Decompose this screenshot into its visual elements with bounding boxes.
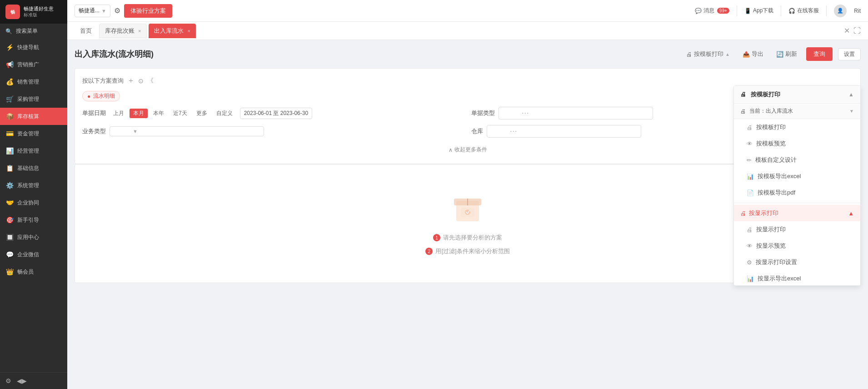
filter-add-button[interactable]: ＋ [127,76,135,85]
empty-hint-1: 1 请先选择要分析的方案 [433,234,502,242]
sidebar-item-label: 销售管理 [17,78,39,86]
company-selector[interactable]: 畅捷通... ▼ [75,5,110,17]
collapse-up-icon: ∧ [449,147,453,153]
fullscreen-icon[interactable]: ⛶ [853,27,861,35]
hint-num-2: 2 [425,248,433,255]
tabs-bar: 首页 库存批次账 × 出入库流水 × ✕ ⛶ [67,22,868,40]
wechat-icon: 💬 [5,250,14,259]
sidebar-item-operations[interactable]: 📊 经营管理 [0,142,67,160]
finance-icon: 💳 [5,130,14,138]
user-avatar[interactable]: 👤 [834,5,847,17]
filter-settings-button[interactable]: ⊙ [138,77,144,85]
dropdown-display-print-header[interactable]: 🖨 按显示打印 ▲ [734,205,860,221]
tab-batch-account-close[interactable]: × [138,28,141,34]
online-service-button[interactable]: 🎧 在线客服 [788,7,819,15]
sidebar-item-inventory[interactable]: 📦 库存核算 [0,108,67,125]
bill-type-label: 单据类型 [471,109,495,117]
dropdown-item-template-excel[interactable]: 📊 按模板导出excel [734,168,860,185]
date-label: 单据日期 [82,109,106,117]
date-option-last-month[interactable]: 上月 [110,109,128,118]
dropdown-item-display-print-settings[interactable]: ⚙ 按显示打印设置 [734,254,860,270]
warehouse-label: 仓库 [471,127,483,135]
query-button[interactable]: 查询 [806,47,833,61]
hint-text-1: 请先选择要分析的方案 [443,234,502,242]
settings-button[interactable]: 设置 [838,48,861,60]
collapse-label: 收起更多条件 [454,146,487,154]
dropdown-item-display-print[interactable]: 🖨 按显示打印 [734,221,860,238]
date-option-this-month[interactable]: 本月 [130,109,148,118]
display-preview-label: 按显示预览 [756,242,786,250]
dropdown-item-template-design[interactable]: ✏ 模板自定义设计 [734,152,860,168]
template-design-label: 模板自定义设计 [755,156,797,164]
sidebar-item-quick-nav[interactable]: ⚡ 快捷导航 [0,39,67,56]
basic-icon: 📋 [5,164,14,172]
username-label[interactable]: Rit [854,8,861,14]
sidebar-item-marketing[interactable]: 📢 营销推广 [0,56,67,73]
online-service-label: 在线客服 [797,7,819,15]
bill-type-more: ··· [522,109,529,117]
selected-filter-tag[interactable]: ● 流水明细 [82,91,120,101]
display-excel-label: 按显示导出excel [758,274,801,283]
chevron-up-icon: ▲ [725,52,730,57]
sidebar-item-app-center[interactable]: 🔲 应用中心 [0,229,67,246]
tab-home[interactable]: 首页 [75,24,97,38]
system-icon: ⚙️ [5,181,14,190]
refresh-icon: 🔄 [776,51,783,58]
tab-batch-account[interactable]: 库存批次账 × [99,24,147,38]
sidebar-item-label: 经营管理 [17,147,39,155]
template-print-dropdown: 🖨 按模板打印 ▲ 🖨 当前：出入库流水 ▼ 🖨 按模板打印 [733,85,861,286]
dropdown-item-template-preview[interactable]: 👁 按模板预览 [734,135,860,152]
sidebar-item-wechat[interactable]: 💬 企业微信 [0,246,67,263]
sidebar-item-guide[interactable]: 🎯 新手引导 [0,211,67,229]
notify-button[interactable]: 💬 消息 99+ [695,7,729,15]
dropdown-current-item[interactable]: 🖨 当前：出入库流水 ▼ [734,104,860,119]
date-option-custom[interactable]: 自定义 [213,109,236,118]
filter-collapse-button[interactable]: 《 [147,77,154,85]
sidebar-item-purchase[interactable]: 🛒 采购管理 [0,90,67,108]
refresh-button[interactable]: 🔄 刷新 [773,48,801,60]
sidebar-item-finance[interactable]: 💳 资金管理 [0,125,67,142]
tab-inout-flow[interactable]: 出入库流水 × [149,24,195,38]
tab-inout-flow-close[interactable]: × [187,28,190,34]
date-option-this-year[interactable]: 本年 [150,109,168,118]
dropdown-scrollable: 🖨 当前：出入库流水 ▼ 🖨 按模板打印 👁 按模板预览 ✏ 模板自定义设计 [734,104,860,285]
date-option-7days[interactable]: 近7天 [170,109,191,118]
trial-button[interactable]: 体验行业方案 [124,4,172,18]
search-menu[interactable]: 🔍 搜索菜单 [0,24,67,39]
sidebar-item-cooperation[interactable]: 🤝 企业协同 [0,194,67,211]
dropdown-item-template-pdf[interactable]: 📄 按模板导出pdf [734,185,860,201]
collapse-sidebar-icon[interactable]: ◀▶ [17,377,27,384]
dropdown-item-template-print[interactable]: 🖨 按模板打印 [734,119,860,135]
dropdown-item-display-excel[interactable]: 📊 按显示导出excel [734,270,860,285]
sidebar-item-membership[interactable]: 👑 畅会员 [0,263,67,280]
marketing-icon: 📢 [5,60,14,69]
template-print-label: 按模板打印 [694,50,723,58]
app-download-button[interactable]: 📱 App下载 [744,7,773,15]
sidebar-item-sales[interactable]: 💰 销售管理 [0,73,67,90]
close-window-icon[interactable]: ✕ [844,26,850,35]
template-print-item-label: 按模板打印 [756,123,786,131]
empty-state-icon [449,192,486,228]
sidebar-item-basic[interactable]: 📋 基础信息 [0,160,67,177]
date-range-input[interactable]: 2023-06-01 至 2023-06-30 [240,108,312,119]
tab-batch-account-label: 库存批次账 [105,27,135,35]
export-button[interactable]: 📤 导出 [739,48,767,60]
search-icon: 🔍 [5,28,12,35]
bill-type-select[interactable]: ··· [499,107,653,120]
app-title: 畅捷通好生意 [24,5,54,12]
warehouse-more: ··· [510,127,517,135]
display-print-label: 按显示打印 [756,225,786,234]
topbar-breadcrumb: 畅捷通... ▼ ⚙ 体验行业方案 [75,4,689,18]
sidebar-item-system[interactable]: ⚙️ 系统管理 [0,177,67,194]
date-option-more[interactable]: 更多 [193,109,211,118]
topbar-gear-icon[interactable]: ⚙ [114,6,120,15]
dropdown-item-display-preview[interactable]: 👁 按显示预览 [734,238,860,254]
biz-type-select[interactable]: ▼ [110,126,264,136]
empty-hint-2: 2 用[过滤]条件来缩小分析范围 [425,247,509,255]
dropdown-collapse-icon[interactable]: ▲ [848,91,854,98]
warehouse-select[interactable]: ··· [487,125,641,138]
filter-title: 按以下方案查询 [82,77,124,85]
sidebar-item-label: 新手引导 [17,216,39,224]
template-print-button[interactable]: 🖨 按模板打印 ▲ [683,48,733,60]
settings-bottom-icon[interactable]: ⚙ [5,377,11,384]
